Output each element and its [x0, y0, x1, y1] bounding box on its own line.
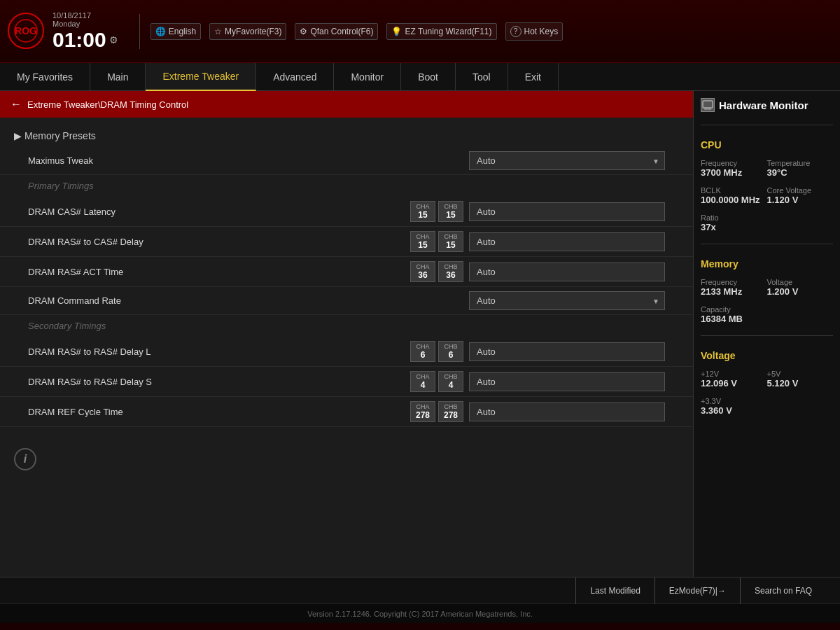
back-arrow-icon[interactable]: ← [10, 98, 22, 111]
nav-monitor[interactable]: Monitor [334, 63, 401, 91]
monitor-icon [701, 98, 715, 112]
dram-ref-cycle-value: CHA 278 CHB 278 [410, 401, 665, 422]
divider-1 [701, 125, 833, 125]
memory-section-title: Memory [701, 258, 833, 270]
dram-command-rate-value: Auto [469, 291, 665, 310]
dram-ras-delay-s-input[interactable] [469, 372, 665, 391]
ez-mode-button[interactable]: EzMode(F7)|→ [654, 578, 740, 604]
volt-5v: +5V 5.120 V [767, 370, 834, 388]
dram-command-rate-select-wrapper: Auto [469, 291, 665, 310]
main-layout: ← Extreme Tweaker\DRAM Timing Control ▶ … [0, 91, 840, 577]
svg-rect-3 [703, 101, 713, 108]
gear-icon[interactable]: ⚙ [109, 34, 118, 46]
cpu-section-title: CPU [701, 139, 833, 150]
maximus-tweak-value: Auto [469, 151, 665, 170]
nav-exit[interactable]: Exit [508, 63, 559, 91]
chb-badge-ref-cycle: CHB 278 [438, 401, 463, 422]
dram-cas-latency-value: CHA 15 CHB 15 [410, 201, 665, 222]
rog-logo: ROG [7, 12, 46, 50]
language-selector[interactable]: 🌐 English [150, 23, 201, 40]
dram-cas-latency-input[interactable] [469, 202, 665, 221]
maximus-tweak-select-wrapper: Auto [469, 151, 665, 170]
globe-icon: 🌐 [155, 27, 166, 36]
dram-cas-latency-label: DRAM CAS# Latency [28, 206, 238, 217]
breadcrumb-path: Extreme Tweaker\DRAM Timing Control [27, 99, 188, 110]
cha-badge-ras-act: CHA 36 [410, 261, 435, 282]
cha-badge-delay-s: CHA 4 [410, 371, 435, 392]
cpu-bclk: BCLK 100.0000 MHz [701, 186, 767, 205]
search-faq-button[interactable]: Search on FAQ [740, 578, 826, 604]
hot-keys-button[interactable]: ? Hot Keys [505, 22, 564, 41]
cha-chb-delay-l: CHA 6 CHB 6 [410, 341, 463, 362]
dram-ras-delay-l-value: CHA 6 CHB 6 [410, 341, 665, 362]
info-icon[interactable]: i [14, 448, 36, 470]
navigation: My Favorites Main Extreme Tweaker Advanc… [0, 63, 840, 91]
nav-tool[interactable]: Tool [456, 63, 508, 91]
dram-ref-cycle-label: DRAM REF Cycle Time [28, 407, 238, 417]
mem-voltage: Voltage 1.200 V [767, 278, 834, 297]
cpu-bclk-voltage: BCLK 100.0000 MHz Core Voltage 1.120 V [701, 186, 833, 205]
svg-text:ROG: ROG [15, 25, 37, 36]
dram-command-rate-select[interactable]: Auto [469, 291, 665, 310]
dram-ras-to-cas-row: DRAM RAS# to CAS# Delay CHA 15 CHB 15 [0, 227, 693, 257]
dram-ras-to-cas-input[interactable] [469, 232, 665, 251]
nav-my-favorites[interactable]: My Favorites [0, 63, 90, 91]
nav-boot[interactable]: Boot [401, 63, 456, 91]
breadcrumb: ← Extreme Tweaker\DRAM Timing Control [0, 91, 693, 118]
maximus-tweak-label: Maximus Tweak [28, 155, 238, 166]
dram-ref-cycle-input[interactable] [469, 402, 665, 421]
info-area: i [0, 441, 693, 477]
hw-monitor-title: Hardware Monitor [701, 98, 833, 112]
dram-ras-to-cas-value: CHA 15 CHB 15 [410, 231, 665, 252]
dram-ras-delay-l-input[interactable] [469, 342, 665, 361]
mem-capacity: Capacity 16384 MB [701, 305, 833, 324]
header: ROG 10/18/2117 Monday 01:00 ⚙ 🌐 English … [0, 0, 840, 63]
footer: Last Modified EzMode(F7)|→ Search on FAQ [0, 577, 840, 603]
content-area: ← Extreme Tweaker\DRAM Timing Control ▶ … [0, 91, 693, 577]
dram-ref-cycle-row: DRAM REF Cycle Time CHA 278 CHB 278 [0, 397, 693, 427]
cha-chb-delay-s: CHA 4 CHB 4 [410, 371, 463, 392]
dram-ras-delay-s-value: CHA 4 CHB 4 [410, 371, 665, 392]
dram-command-rate-row: DRAM Command Rate Auto [0, 287, 693, 315]
my-favorite-button[interactable]: ☆ MyFavorite(F3) [209, 23, 286, 40]
divider-2 [701, 244, 833, 244]
volt-33: +3.3V 3.360 V [701, 397, 833, 416]
cpu-core-voltage: Core Voltage 1.120 V [767, 186, 834, 205]
volt-12v: +12V 12.096 V [701, 370, 767, 388]
maximus-tweak-row: Maximus Tweak Auto [0, 147, 693, 175]
maximus-tweak-select[interactable]: Auto [469, 151, 665, 170]
nav-main[interactable]: Main [90, 63, 146, 91]
dram-ras-delay-s-label: DRAM RAS# to RAS# Delay S [28, 377, 238, 387]
dram-ras-act-label: DRAM RAS# ACT Time [28, 267, 238, 277]
cha-chb-ras-cas: CHA 15 CHB 15 [410, 231, 463, 252]
cpu-temperature: Temperature 39°C [767, 159, 834, 178]
divider-3 [701, 335, 833, 336]
time-display: 01:00 [52, 28, 106, 52]
qfan-control-button[interactable]: ⚙ Qfan Control(F6) [295, 23, 378, 40]
version-bar: Version 2.17.1246. Copyright (C) 2017 Am… [0, 603, 840, 623]
dram-command-rate-label: DRAM Command Rate [28, 295, 238, 306]
cha-chb-cas: CHA 15 CHB 15 [410, 201, 463, 222]
nav-advanced[interactable]: Advanced [256, 63, 334, 91]
settings-list: ▶ Memory Presets Maximus Tweak Auto Prim… [0, 118, 693, 577]
chb-badge-cas: CHB 15 [438, 201, 463, 222]
last-modified-button[interactable]: Last Modified [575, 578, 654, 604]
mem-frequency: Frequency 2133 MHz [701, 278, 767, 297]
memory-presets-header[interactable]: ▶ Memory Presets [0, 125, 693, 147]
question-icon: ? [510, 26, 522, 37]
fan-icon: ⚙ [300, 27, 307, 36]
dram-ras-delay-l-row: DRAM RAS# to RAS# Delay L CHA 6 CHB 6 [0, 337, 693, 367]
time-block: 10/18/2117 Monday 01:00 ⚙ [52, 11, 118, 52]
ez-tuning-wizard-button[interactable]: 💡 EZ Tuning Wizard(F11) [386, 23, 496, 40]
header-tools: 🌐 English ☆ MyFavorite(F3) ⚙ Qfan Contro… [150, 22, 563, 41]
dram-ras-act-input[interactable] [469, 262, 665, 281]
mem-freq-voltage: Frequency 2133 MHz Voltage 1.200 V [701, 278, 833, 297]
nav-extreme-tweaker[interactable]: Extreme Tweaker [146, 63, 256, 91]
star-icon: ☆ [214, 27, 222, 36]
chb-badge-ras-cas: CHB 15 [438, 231, 463, 252]
chb-badge-delay-s: CHB 4 [438, 371, 463, 392]
dram-ras-act-value: CHA 36 CHB 36 [410, 261, 665, 282]
dram-ras-delay-l-label: DRAM RAS# to RAS# Delay L [28, 346, 238, 357]
dram-ras-to-cas-label: DRAM RAS# to CAS# Delay [28, 237, 238, 247]
voltage-section-title: Voltage [701, 350, 833, 361]
